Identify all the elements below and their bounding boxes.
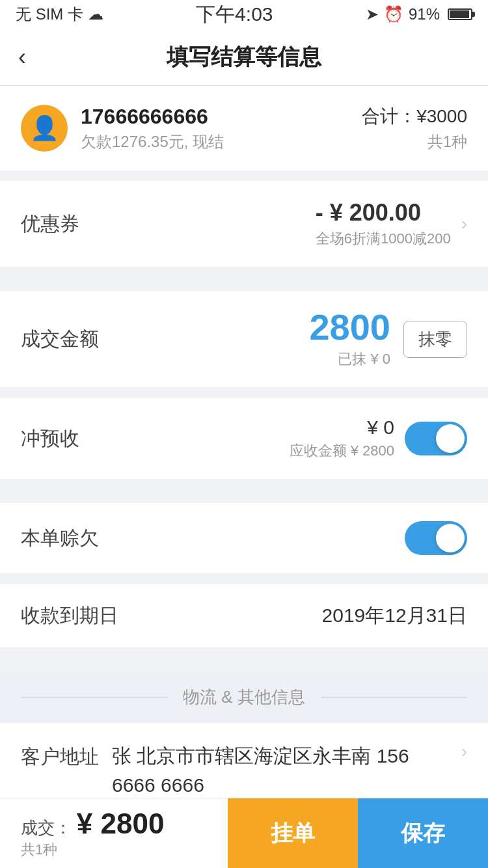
credit-right xyxy=(405,521,467,555)
battery-icon xyxy=(448,8,472,20)
amount-right: 2800 已抹 ¥ 0 抹零 xyxy=(309,309,467,369)
prepaid-row: 冲预收 ¥ 0 应收金额 ¥ 2800 xyxy=(0,398,488,480)
chevron-right-icon: › xyxy=(461,213,467,234)
total-amount: 合计：¥3000 xyxy=(362,104,467,129)
separator-1 xyxy=(0,278,488,291)
prepaid-right: ¥ 0 应收金额 ¥ 2800 xyxy=(290,416,467,461)
page-title: 填写结算等信息 xyxy=(167,42,321,72)
status-left: 无 SIM 卡 ☁ xyxy=(16,4,103,25)
bottom-total-label: 成交： xyxy=(21,818,72,837)
bottom-total-amount: ¥ 2800 xyxy=(77,807,165,839)
coupon-detail: 全场6折满1000减200 xyxy=(316,229,451,249)
clock-icon: ⏰ xyxy=(384,5,403,23)
amount-label: 成交金额 xyxy=(21,326,99,353)
amount-info: 2800 已抹 ¥ 0 xyxy=(309,309,390,369)
customer-sub: 欠款1276.35元, 现结 xyxy=(81,131,224,152)
address-value: 张 北京市市辖区海淀区永丰南 156 6666 6666 xyxy=(112,741,448,800)
amount-number: 2800 xyxy=(309,309,390,346)
bottom-summary: 成交： ¥ 2800 共1种 xyxy=(0,807,228,860)
nav-bar: ‹ 填写结算等信息 xyxy=(0,29,488,86)
avatar: 👤 xyxy=(21,105,68,152)
divider-line-left xyxy=(21,697,167,698)
due-date-label: 收款到期日 xyxy=(21,603,118,629)
address-label: 客户地址 xyxy=(21,741,99,770)
divider-text: 物流 & 其他信息 xyxy=(183,686,305,709)
prepaid-sub: 应收金额 ¥ 2800 xyxy=(290,441,394,461)
prepaid-toggle[interactable] xyxy=(405,422,467,455)
save-button[interactable]: 保存 xyxy=(358,798,488,869)
due-date-value: 2019年12月31日 xyxy=(322,603,467,629)
round-button[interactable]: 抹零 xyxy=(403,321,467,358)
credit-toggle[interactable] xyxy=(405,521,467,555)
sim-status: 无 SIM 卡 ☁ xyxy=(16,4,103,25)
status-right: ➤ ⏰ 91% xyxy=(366,5,472,23)
status-time: 下午4:03 xyxy=(196,1,273,28)
status-bar: 无 SIM 卡 ☁ 下午4:03 ➤ ⏰ 91% xyxy=(0,0,488,29)
item-count: 共1种 xyxy=(362,131,467,152)
coupon-right: - ¥ 200.00 全场6折满1000减200 › xyxy=(316,199,467,249)
customer-details: 17666666666 欠款1276.35元, 现结 xyxy=(81,105,224,152)
back-button[interactable]: ‹ xyxy=(18,44,26,71)
toggle-knob xyxy=(436,424,465,453)
divider-line-right xyxy=(321,697,467,698)
coupon-row[interactable]: 优惠券 - ¥ 200.00 全场6折满1000减200 › xyxy=(0,181,488,267)
prepaid-label: 冲预收 xyxy=(21,426,79,452)
bottom-total-row: 成交： ¥ 2800 xyxy=(21,807,207,840)
pending-button[interactable]: 挂单 xyxy=(228,798,358,869)
address-chevron-icon: › xyxy=(461,741,467,762)
logistics-divider: 物流 & 其他信息 xyxy=(0,671,488,723)
customer-right: 合计：¥3000 共1种 xyxy=(362,104,467,152)
customer-phone: 17666666666 xyxy=(81,105,224,129)
credit-row: 本单赊欠 xyxy=(0,503,488,574)
prepaid-info: ¥ 0 应收金额 ¥ 2800 xyxy=(290,416,394,461)
bottom-count: 共1种 xyxy=(21,840,207,860)
customer-left: 👤 17666666666 欠款1276.35元, 现结 xyxy=(21,105,224,152)
due-date-row: 收款到期日 2019年12月31日 xyxy=(0,584,488,648)
prepaid-amount: ¥ 0 xyxy=(290,416,394,439)
credit-toggle-knob xyxy=(436,524,465,552)
battery-percent: 91% xyxy=(409,5,440,23)
amount-sub: 已抹 ¥ 0 xyxy=(309,349,390,369)
customer-info-section: 👤 17666666666 欠款1276.35元, 现结 合计：¥3000 共1… xyxy=(0,86,488,170)
bottom-bar: 成交： ¥ 2800 共1种 挂单 保存 xyxy=(0,798,488,868)
separator-3 xyxy=(0,658,488,671)
discount-amount: - ¥ 200.00 xyxy=(316,199,451,226)
transaction-amount-row: 成交金额 2800 已抹 ¥ 0 抹零 xyxy=(0,291,488,388)
credit-label: 本单赊欠 xyxy=(21,525,99,552)
location-icon: ➤ xyxy=(366,5,379,23)
coupon-label: 优惠券 xyxy=(21,211,79,237)
separator-2 xyxy=(0,490,488,503)
